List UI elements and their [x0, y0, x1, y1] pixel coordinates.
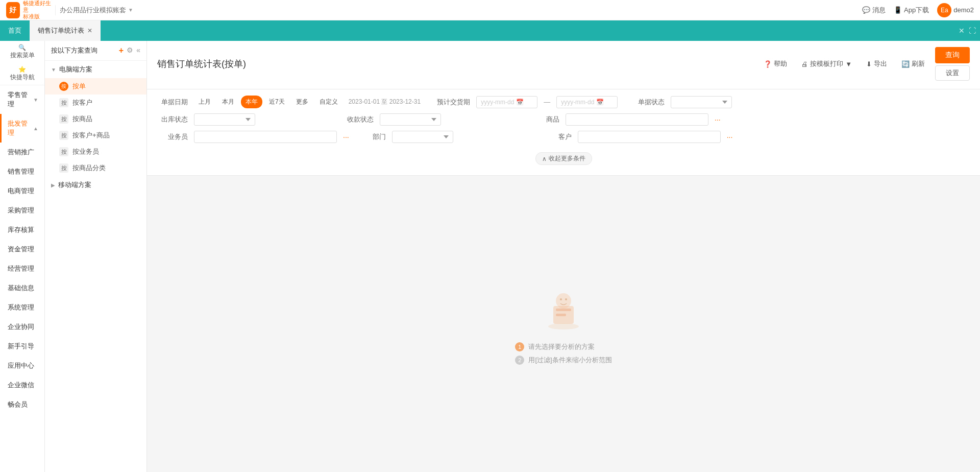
- date-btn-prev-month[interactable]: 上月: [194, 96, 215, 108]
- export-icon: ⬇: [866, 60, 872, 68]
- svg-point-6: [565, 298, 567, 300]
- date-btn-custom[interactable]: 自定义: [315, 96, 342, 108]
- date-separator: —: [544, 98, 550, 106]
- sidebar-item-operations[interactable]: 经营管理: [0, 259, 44, 278]
- sidebar-item-wechat[interactable]: 企业微信: [0, 375, 44, 395]
- sidebar-item-marketing[interactable]: 营销推广: [0, 143, 44, 162]
- filter-row-status: 出库状态 收款状态 商品 ···: [157, 113, 970, 126]
- goods-input[interactable]: [566, 113, 708, 126]
- tab-sales-stats[interactable]: 销售订单统计表 ✕: [30, 20, 101, 41]
- salesperson-more-button[interactable]: ···: [343, 133, 349, 141]
- user-menu[interactable]: Ea demo2: [937, 3, 974, 17]
- scheme-icon-by-goods: 按: [59, 114, 68, 124]
- customer-input[interactable]: [578, 131, 721, 143]
- order-status-wrapper: [671, 96, 773, 108]
- department-select[interactable]: [392, 131, 453, 143]
- collapse-button[interactable]: ∧ 收起更多条件: [535, 152, 592, 165]
- department-label: 部门: [355, 132, 386, 141]
- chevron-down-print-icon: ▼: [845, 60, 852, 68]
- chevron-up-icon: ▲: [33, 126, 38, 131]
- tab-home[interactable]: 首页: [0, 20, 30, 41]
- salesperson-input[interactable]: [194, 131, 337, 143]
- goods-more-button[interactable]: ···: [715, 115, 721, 124]
- svg-point-5: [560, 298, 562, 300]
- svg-point-0: [548, 323, 579, 329]
- toggle-icon: ▼: [51, 67, 56, 73]
- empty-illustration: [538, 283, 589, 334]
- scheme-item-by-sales-staff[interactable]: 按 按业务员: [45, 144, 146, 160]
- scheme-icon-by-order: 按: [59, 82, 68, 91]
- scheme-section: ▼ 电脑端方案 按 按单 按 按客户 按 按商品 按 按客: [45, 61, 146, 194]
- scheme-icon-by-cust-goods: 按: [59, 131, 68, 140]
- message-button[interactable]: 💬 消息: [862, 6, 886, 15]
- sidebar-item-retail[interactable]: 零售管理 ▼: [0, 85, 44, 114]
- collapse-panel-button[interactable]: «: [136, 46, 140, 55]
- scheme-item-by-goods-cat[interactable]: 按 按商品分类: [45, 160, 146, 176]
- scheme-item-by-cust-goods[interactable]: 按 按客户+商品: [45, 127, 146, 144]
- export-button[interactable]: ⬇ 导出: [862, 57, 891, 70]
- sidebar-item-newbie[interactable]: 新手引导: [0, 337, 44, 356]
- sidebar-item-search[interactable]: 🔍 搜索菜单: [0, 41, 44, 63]
- scheme-item-by-goods[interactable]: 按 按商品: [45, 111, 146, 127]
- tab-bar-actions: ✕ ⛶: [954, 20, 980, 41]
- empty-tips: 1 请先选择要分析的方案 2 用[过滤]条件来缩小分析范围: [515, 342, 611, 365]
- query-button[interactable]: 查询: [935, 47, 970, 63]
- refresh-button[interactable]: 🔄 刷新: [897, 57, 929, 70]
- settings-scheme-button[interactable]: ⚙: [127, 46, 133, 55]
- payment-status-select[interactable]: [380, 113, 441, 126]
- divider: [55, 5, 56, 15]
- sidebar-item-enterprise[interactable]: 企业协同: [0, 317, 44, 337]
- scheme-item-by-order[interactable]: 按 按单: [45, 78, 146, 95]
- top-bar-right: 💬 消息 📱 App下载 Ea demo2: [862, 3, 974, 17]
- close-window-button[interactable]: ✕: [959, 27, 965, 35]
- sidebar-item-finance[interactable]: 资金管理: [0, 240, 44, 259]
- payment-status-wrapper: [380, 113, 523, 126]
- settings-button[interactable]: 设置: [935, 65, 970, 81]
- sidebar-item-appstore[interactable]: 应用中心: [0, 356, 44, 375]
- sidebar-item-basic[interactable]: 基础信息: [0, 278, 44, 298]
- scheme-group-pc-title[interactable]: ▼ 电脑端方案: [45, 61, 146, 78]
- page-selector[interactable]: 办公用品行业模拟账套 ▼: [60, 6, 133, 15]
- help-button[interactable]: ❓ 帮助: [760, 57, 791, 70]
- sidebar-item-wholesale[interactable]: 批发管理 ▲: [0, 114, 44, 143]
- date-start-input[interactable]: yyyy-mm-dd 📅: [476, 96, 537, 108]
- date-btn-cur-month[interactable]: 本月: [217, 96, 239, 108]
- customer-more-button[interactable]: ···: [727, 133, 733, 141]
- date-start-placeholder: yyyy-mm-dd: [481, 99, 514, 106]
- sidebar-item-ecommerce[interactable]: 电商管理: [0, 181, 44, 201]
- content-header-actions: ❓ 帮助 🖨 按模板打印 ▼ ⬇ 导出 🔄 刷新: [760, 47, 970, 81]
- add-scheme-button[interactable]: +: [119, 46, 124, 55]
- content-area: 销售订单统计表(按单) ❓ 帮助 🖨 按模板打印 ▼ ⬇ 导出: [147, 41, 980, 472]
- salesperson-label: 业务员: [157, 132, 188, 141]
- svg-rect-2: [556, 309, 571, 311]
- date-btn-last7days[interactable]: 近7天: [264, 96, 289, 108]
- sidebar-item-inventory[interactable]: 库存核算: [0, 220, 44, 240]
- sidebar-item-member[interactable]: 畅会员: [0, 395, 44, 414]
- toggle-icon-mobile: ▶: [51, 182, 55, 188]
- close-tab-icon[interactable]: ✕: [87, 27, 92, 34]
- scheme-item-by-customer[interactable]: 按 按客户: [45, 95, 146, 111]
- payment-status-label: 收款状态: [343, 115, 374, 124]
- date-end-input[interactable]: yyyy-mm-dd 📅: [556, 96, 618, 108]
- svg-rect-3: [556, 314, 566, 316]
- sidebar-item-purchase[interactable]: 采购管理: [0, 201, 44, 220]
- scheme-group-mobile-title[interactable]: ▶ 移动端方案: [45, 176, 146, 194]
- top-bar: 好 畅捷通好生意 标准版 办公用品行业模拟账套 ▼ 💬 消息 📱 App下载 E…: [0, 0, 980, 20]
- sidebar-item-system[interactable]: 系统管理: [0, 298, 44, 317]
- date-btn-more[interactable]: 更多: [291, 96, 313, 108]
- order-status-select[interactable]: [671, 96, 732, 108]
- filter-row-date: 单据日期 上月 本月 本年 近7天 更多 自定义 2023-01-01 至 20…: [157, 96, 970, 108]
- svg-point-4: [556, 293, 571, 309]
- date-filter-label: 单据日期: [157, 98, 188, 107]
- sidebar-item-quicknav[interactable]: ⭐ 快捷导航: [0, 63, 44, 85]
- app-download-button[interactable]: 📱 App下载: [894, 6, 929, 15]
- goods-filter-label: 商品: [529, 115, 559, 124]
- expand-window-button[interactable]: ⛶: [969, 27, 976, 35]
- delivery-status-select[interactable]: [194, 113, 255, 126]
- message-icon: 💬: [862, 6, 870, 14]
- sales-stats-tab-label: 销售订单统计表: [38, 26, 84, 35]
- template-print-button[interactable]: 🖨 按模板打印 ▼: [797, 57, 856, 70]
- department-wrapper: [392, 131, 535, 143]
- date-btn-cur-year[interactable]: 本年: [241, 96, 262, 108]
- sidebar-item-sales[interactable]: 销售管理: [0, 162, 44, 181]
